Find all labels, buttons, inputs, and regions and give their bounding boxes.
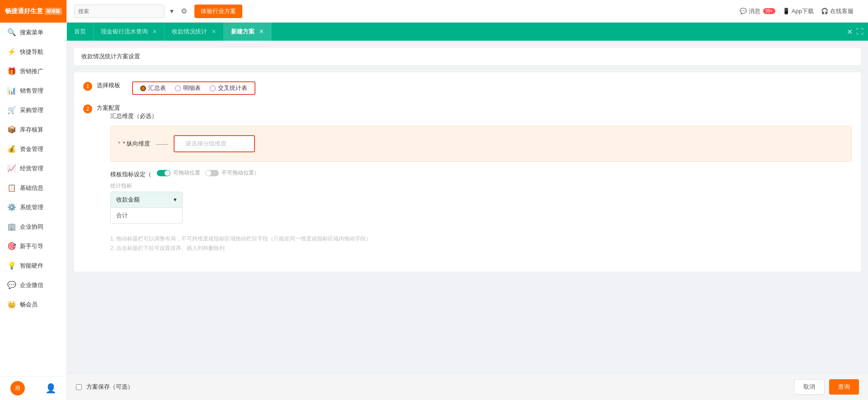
dim-select-box[interactable]: 请选择分组维度 <box>174 135 255 152</box>
sidebar-item-sales[interactable]: 📊 销售管理 <box>0 81 66 100</box>
sidebar-item-search[interactable]: 🔍 搜索菜单 <box>0 23 66 42</box>
download-label: App下载 <box>792 7 814 15</box>
footer-buttons: 取消 查询 <box>794 379 859 395</box>
sidebar-item-marketing[interactable]: 🎁 营销推广 <box>0 61 66 81</box>
wechat-icon: 💬 <box>7 281 16 289</box>
service-label: 在线客服 <box>830 7 854 15</box>
download-item[interactable]: 📱 App下载 <box>783 7 814 15</box>
tabbar-actions: ✕ ⛶ <box>842 23 868 41</box>
radio-summary-label: 汇总表 <box>148 84 166 92</box>
main-area: ▾ ⚙ 体验行业方案 💬 消息 99+ 📱 App下载 🎧 在线客服 首页 <box>67 0 868 400</box>
notifications-label: 消息 <box>749 7 760 15</box>
tab-cashflow-label: 现金银行流水查询 <box>101 28 148 36</box>
sub-label-dimension: 汇总维度（必选） <box>110 112 852 120</box>
vertical-label-text: * 纵向维度 <box>123 140 151 147</box>
edition-tag: 标准版 <box>45 8 62 15</box>
sidebar-item-collab[interactable]: 🏢 企业协同 <box>0 217 66 236</box>
sidebar-item-management[interactable]: 📈 经营管理 <box>0 159 66 178</box>
sidebar-item-wechat[interactable]: 💬 企业微信 <box>0 275 66 295</box>
step2-body: 方案配置 汇总维度（必选） * * 纵向维度 —— 请选择分组维度 <box>97 104 852 254</box>
radio-cross[interactable]: 交叉统计表 <box>210 84 247 92</box>
step2-content: 汇总维度（必选） * * 纵向维度 —— 请选择分组维度 模板指标设定（ <box>110 112 852 254</box>
dimension-area: * * 纵向维度 —— 请选择分组维度 <box>110 126 852 162</box>
trial-button[interactable]: 体验行业方案 <box>194 5 242 18</box>
radio-summary[interactable]: 汇总表 <box>140 84 166 92</box>
metrics-header-row: 模板指标设定（ 可拖动位置 不可拖动位置） <box>110 169 852 179</box>
radio-detail[interactable]: 明细表 <box>175 84 201 92</box>
logo-text: 畅捷通好生意 <box>5 7 43 15</box>
sidebar-item-basic-info[interactable]: 📋 基础信息 <box>0 178 66 198</box>
sidebar-item-label: 采购管理 <box>20 106 43 114</box>
sidebar-item-hardware[interactable]: 💡 智能硬件 <box>0 256 66 275</box>
tab-collection[interactable]: 收款情况统计 ✕ <box>165 23 224 41</box>
movable-toggle[interactable] <box>157 170 170 176</box>
collab-icon: 🏢 <box>7 222 16 231</box>
radio-detail-label: 明细表 <box>183 84 201 92</box>
hardware-icon: 💡 <box>7 261 16 270</box>
save-label: 方案保存（可选） <box>86 383 133 391</box>
movable-label: 可拖动位置 <box>173 169 200 177</box>
sidebar-item-label: 资金管理 <box>20 145 43 153</box>
sidebar-item-label: 营销推广 <box>20 67 43 75</box>
radio-cross-input[interactable] <box>210 85 216 91</box>
stat-section-label: 统计指标 <box>110 182 183 190</box>
metric-table-header[interactable]: 收款金额 ▾ <box>111 192 182 208</box>
notifications-item[interactable]: 💬 消息 99+ <box>740 7 775 15</box>
tab-close-all-button[interactable]: ✕ <box>847 28 853 36</box>
footer: 方案保存（可选） 取消 查询 <box>67 373 868 400</box>
step1: 1 选择模板 汇总表 明细表 交叉统计表 <box>83 81 852 95</box>
template-radio-group: 汇总表 明细表 交叉统计表 <box>132 81 255 95</box>
message-icon: 💬 <box>740 8 747 14</box>
tab-expand-button[interactable]: ⛶ <box>856 28 863 36</box>
sidebar-item-label: 系统管理 <box>20 203 43 212</box>
sidebar-item-guide[interactable]: 🎯 新手引导 <box>0 236 66 256</box>
save-checkbox[interactable] <box>76 384 82 390</box>
sidebar-item-label: 畅会员 <box>20 301 38 309</box>
tab-collection-close[interactable]: ✕ <box>212 28 216 35</box>
sidebar-item-inventory[interactable]: 📦 库存核算 <box>0 120 66 139</box>
sidebar: 畅捷通好生意 标准版 🔍 搜索菜单 ⚡ 快捷导航 🎁 营销推广 📊 销售管理 🛒… <box>0 0 67 400</box>
tab-cashflow[interactable]: 现金银行流水查询 ✕ <box>94 23 165 41</box>
tips-area: 1. 拖动标题栏可以调整布局，不可跨维度或指标区域拖动栏目字段（只能在同一维度或… <box>110 234 852 254</box>
topbar-right: 💬 消息 99+ 📱 App下载 🎧 在线客服 <box>740 7 861 15</box>
tab-collection-label: 收款情况统计 <box>172 28 207 36</box>
metric-table: 收款金额 ▾ 合计 <box>110 192 183 224</box>
tab-new-plan-close[interactable]: ✕ <box>259 28 264 35</box>
radio-summary-input[interactable] <box>140 85 146 91</box>
sidebar-item-label: 搜索菜单 <box>20 28 43 37</box>
sidebar-item-system[interactable]: ⚙️ 系统管理 <box>0 198 66 217</box>
step1-num: 1 <box>83 82 92 91</box>
tab-new-plan-label: 新建方案 <box>231 28 255 36</box>
step2-num: 2 <box>83 104 92 113</box>
sidebar-item-label: 库存核算 <box>20 126 43 134</box>
inventory-icon: 📦 <box>7 125 16 134</box>
step2-label: 方案配置 <box>97 104 120 111</box>
immovable-toggle[interactable] <box>205 170 219 176</box>
dropdown-button[interactable]: ▾ <box>170 7 174 15</box>
sidebar-item-finance[interactable]: 💰 资金管理 <box>0 139 66 159</box>
gear-icon[interactable]: ⚙ <box>181 7 187 15</box>
notifications-badge: 99+ <box>763 8 775 14</box>
search-icon: 🔍 <box>7 28 16 37</box>
system-icon: ⚙️ <box>7 203 16 212</box>
sidebar-item-member[interactable]: 👑 畅会员 <box>0 295 66 314</box>
tip1: 1. 拖动标题栏可以调整布局，不可跨维度或指标区域拖动栏目字段（只能在同一维度或… <box>110 234 852 244</box>
sidebar-item-label: 销售管理 <box>20 87 43 95</box>
download-icon: 📱 <box>783 8 790 14</box>
metric-header-label: 收款金额 <box>116 196 140 204</box>
avatar[interactable]: 用 <box>10 381 25 395</box>
immovable-hint: 不可拖动位置） <box>205 169 259 177</box>
tab-cashflow-close[interactable]: ✕ <box>152 28 157 35</box>
query-button[interactable]: 查询 <box>829 379 859 395</box>
service-item[interactable]: 🎧 在线客服 <box>821 7 854 15</box>
page-title: 收款情况统计方案设置 <box>74 48 861 65</box>
sidebar-item-nav[interactable]: ⚡ 快捷导航 <box>0 42 66 61</box>
tab-new-plan[interactable]: 新建方案 ✕ <box>224 23 271 41</box>
sidebar-item-purchase[interactable]: 🛒 采购管理 <box>0 100 66 120</box>
sidebar-item-label: 企业微信 <box>20 281 43 289</box>
tab-home[interactable]: 首页 <box>67 23 94 41</box>
basic-info-icon: 📋 <box>7 184 16 192</box>
search-input[interactable] <box>74 5 165 18</box>
cancel-button[interactable]: 取消 <box>794 379 825 395</box>
radio-detail-input[interactable] <box>175 85 181 91</box>
